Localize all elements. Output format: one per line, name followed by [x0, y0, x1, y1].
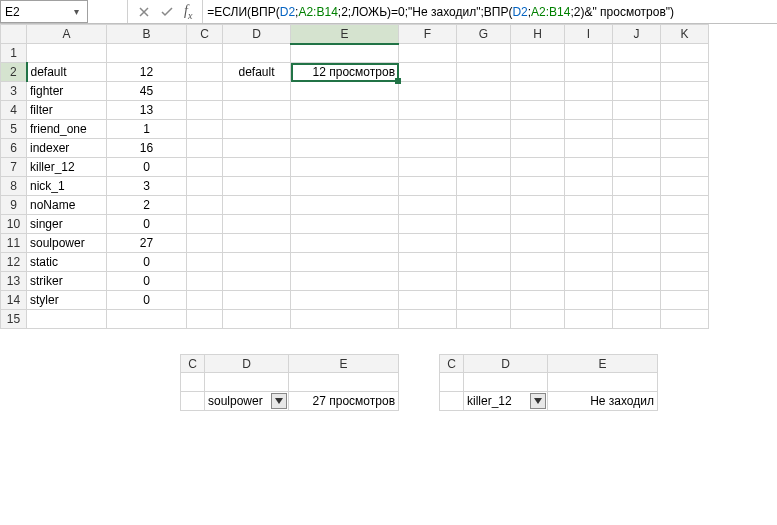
cell-E12[interactable] [291, 253, 399, 272]
cell-I15[interactable] [565, 310, 613, 329]
name-box[interactable]: E2 ▾ [0, 0, 88, 23]
cell-J12[interactable] [613, 253, 661, 272]
cell[interactable] [181, 373, 205, 392]
chevron-down-icon[interactable]: ▾ [69, 6, 83, 17]
cell-C15[interactable] [187, 310, 223, 329]
cell-G15[interactable] [457, 310, 511, 329]
col-header-A[interactable]: A [27, 25, 107, 44]
cell-A5[interactable]: friend_one [27, 120, 107, 139]
cell-K12[interactable] [661, 253, 709, 272]
mini-header-visited[interactable]: Заходил? [548, 373, 658, 392]
row-header-8[interactable]: 8 [1, 177, 27, 196]
cell-A14[interactable]: styler [27, 291, 107, 310]
mini-header-nick[interactable]: Ник [205, 373, 289, 392]
cell-B2[interactable]: 12 [107, 63, 187, 82]
cell-J11[interactable] [613, 234, 661, 253]
cell-D10[interactable] [223, 215, 291, 234]
cell-C1[interactable] [187, 44, 223, 63]
cell-F6[interactable] [399, 139, 457, 158]
cell-G14[interactable] [457, 291, 511, 310]
cell-F9[interactable] [399, 196, 457, 215]
cell-G12[interactable] [457, 253, 511, 272]
cell-K4[interactable] [661, 101, 709, 120]
cell-I4[interactable] [565, 101, 613, 120]
col-header-I[interactable]: I [565, 25, 613, 44]
cell-E11[interactable] [291, 234, 399, 253]
cell-C10[interactable] [187, 215, 223, 234]
cell-I3[interactable] [565, 82, 613, 101]
cell-D14[interactable] [223, 291, 291, 310]
cell-C12[interactable] [187, 253, 223, 272]
cell-A2[interactable]: default [27, 63, 107, 82]
col-header-B[interactable]: B [107, 25, 187, 44]
cell-B8[interactable]: 3 [107, 177, 187, 196]
cell-D1[interactable]: Ник [223, 44, 291, 63]
cell-E6[interactable] [291, 139, 399, 158]
col-header[interactable]: E [289, 355, 399, 373]
cell-I10[interactable] [565, 215, 613, 234]
row-header-4[interactable]: 4 [1, 101, 27, 120]
row-header-9[interactable]: 9 [1, 196, 27, 215]
col-header[interactable]: C [181, 355, 205, 373]
cell-I12[interactable] [565, 253, 613, 272]
cell-H9[interactable] [511, 196, 565, 215]
cell-F14[interactable] [399, 291, 457, 310]
row-header-12[interactable]: 12 [1, 253, 27, 272]
spreadsheet-grid[interactable]: ABCDEFGHIJK1НикПросмотрыНикЗаходил?2defa… [0, 24, 777, 334]
cell-J7[interactable] [613, 158, 661, 177]
row-header-14[interactable]: 14 [1, 291, 27, 310]
cell-G5[interactable] [457, 120, 511, 139]
fx-icon[interactable]: fx [184, 3, 192, 21]
cell-H1[interactable] [511, 44, 565, 63]
col-header-C[interactable]: C [187, 25, 223, 44]
dropdown-cell[interactable]: killer_12 [464, 392, 548, 411]
cell-A12[interactable]: static [27, 253, 107, 272]
cell-H8[interactable] [511, 177, 565, 196]
cell-B15[interactable] [107, 310, 187, 329]
cell-A9[interactable]: noName [27, 196, 107, 215]
cell-C13[interactable] [187, 272, 223, 291]
col-header-H[interactable]: H [511, 25, 565, 44]
cell-D4[interactable] [223, 101, 291, 120]
cell-J2[interactable] [613, 63, 661, 82]
cell-F7[interactable] [399, 158, 457, 177]
dropdown-button[interactable] [530, 393, 546, 409]
cell-H6[interactable] [511, 139, 565, 158]
cell-I13[interactable] [565, 272, 613, 291]
cell-D7[interactable] [223, 158, 291, 177]
cell-E5[interactable] [291, 120, 399, 139]
cell-E2[interactable]: 12 просмотров [291, 63, 399, 82]
result-cell[interactable]: Не заходил [548, 392, 658, 411]
cell-I14[interactable] [565, 291, 613, 310]
cell-J13[interactable] [613, 272, 661, 291]
cell-C5[interactable] [187, 120, 223, 139]
dropdown-button[interactable] [271, 393, 287, 409]
cell-C11[interactable] [187, 234, 223, 253]
col-header-D[interactable]: D [223, 25, 291, 44]
cell-J9[interactable] [613, 196, 661, 215]
cell-H15[interactable] [511, 310, 565, 329]
cell-K1[interactable] [661, 44, 709, 63]
cell-E13[interactable] [291, 272, 399, 291]
cell-G7[interactable] [457, 158, 511, 177]
cell-D15[interactable] [223, 310, 291, 329]
cell-B9[interactable]: 2 [107, 196, 187, 215]
cell-H7[interactable] [511, 158, 565, 177]
row-header-10[interactable]: 10 [1, 215, 27, 234]
cell-G2[interactable] [457, 63, 511, 82]
cell-K15[interactable] [661, 310, 709, 329]
cell-C3[interactable] [187, 82, 223, 101]
cell-F8[interactable] [399, 177, 457, 196]
formula-input[interactable]: =ЕСЛИ(ВПР(D2;A2:B14;2;ЛОЖЬ)=0;"Не заходи… [202, 0, 777, 23]
cell-J8[interactable] [613, 177, 661, 196]
cell-I2[interactable] [565, 63, 613, 82]
cell-I8[interactable] [565, 177, 613, 196]
cell-A1[interactable]: Ник [27, 44, 107, 63]
cell-B11[interactable]: 27 [107, 234, 187, 253]
cell-A6[interactable]: indexer [27, 139, 107, 158]
row-header-1[interactable]: 1 [1, 44, 27, 63]
enter-icon[interactable] [160, 6, 174, 18]
cell-C6[interactable] [187, 139, 223, 158]
cell-G1[interactable] [457, 44, 511, 63]
cell[interactable] [440, 392, 464, 411]
